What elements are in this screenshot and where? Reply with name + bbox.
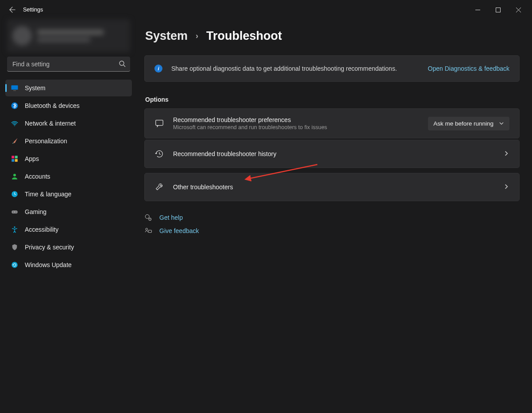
breadcrumb-parent[interactable]: System bbox=[145, 29, 188, 43]
svg-point-8 bbox=[14, 125, 15, 126]
system-icon bbox=[11, 84, 19, 92]
apps-icon bbox=[11, 155, 19, 163]
breadcrumb: System › Troubleshoot bbox=[145, 29, 520, 43]
svg-point-21 bbox=[145, 214, 149, 218]
gamepad-icon bbox=[11, 208, 19, 216]
svg-line-3 bbox=[123, 65, 125, 67]
info-icon: i bbox=[154, 65, 162, 73]
svg-rect-1 bbox=[496, 8, 500, 12]
svg-rect-6 bbox=[13, 90, 16, 91]
svg-point-17 bbox=[15, 211, 16, 212]
chevron-right-icon bbox=[503, 150, 509, 158]
minimize-button[interactable] bbox=[467, 3, 488, 17]
sidebar-item-bluetooth[interactable]: Bluetooth & devices bbox=[5, 97, 132, 114]
maximize-icon bbox=[496, 8, 501, 12]
user-profile[interactable] bbox=[7, 19, 130, 52]
card-title: Other troubleshooters bbox=[173, 184, 503, 191]
get-help-link[interactable]: ? Get help bbox=[144, 214, 520, 222]
breadcrumb-current: Troubleshoot bbox=[206, 29, 282, 43]
sidebar-item-update[interactable]: Windows Update bbox=[5, 256, 132, 273]
wrench-icon bbox=[154, 182, 164, 192]
sidebar-item-label: System bbox=[25, 84, 46, 92]
svg-point-19 bbox=[12, 262, 18, 268]
back-arrow-icon bbox=[9, 7, 15, 13]
sidebar-item-personalization[interactable]: Personalization bbox=[5, 133, 132, 149]
brush-icon bbox=[11, 137, 19, 145]
sidebar-item-time[interactable]: Time & language bbox=[5, 186, 132, 203]
svg-rect-15 bbox=[12, 210, 18, 214]
svg-rect-4 bbox=[12, 85, 18, 90]
chat-icon bbox=[154, 119, 164, 128]
back-button[interactable] bbox=[7, 4, 18, 15]
chevron-right-icon: › bbox=[196, 31, 198, 41]
wifi-icon bbox=[11, 119, 19, 127]
minimize-icon bbox=[475, 8, 480, 12]
sidebar-item-apps[interactable]: Apps bbox=[5, 150, 132, 167]
svg-point-18 bbox=[14, 226, 15, 228]
link-label: Get help bbox=[159, 214, 183, 221]
dropdown-value: Ask me before running bbox=[433, 120, 493, 127]
avatar bbox=[12, 26, 32, 46]
sidebar-item-label: Bluetooth & devices bbox=[25, 102, 80, 109]
chevron-down-icon bbox=[499, 121, 504, 126]
accessibility-icon bbox=[11, 226, 19, 233]
card-title: Recommended troubleshooter preferences bbox=[173, 116, 428, 123]
other-troubleshooters-card[interactable]: Other troubleshooters bbox=[144, 173, 520, 201]
feedback-icon bbox=[144, 227, 152, 235]
bluetooth-icon bbox=[11, 102, 19, 110]
troubleshooter-preferences-card[interactable]: Recommended troubleshooter preferences M… bbox=[144, 108, 520, 138]
sidebar-item-accessibility[interactable]: Accessibility bbox=[5, 221, 132, 238]
sidebar-item-accounts[interactable]: Accounts bbox=[5, 168, 132, 185]
link-label: Give feedback bbox=[159, 227, 199, 234]
sidebar-item-label: Network & internet bbox=[25, 120, 76, 127]
svg-rect-11 bbox=[12, 159, 14, 162]
svg-point-16 bbox=[13, 211, 14, 212]
close-icon bbox=[516, 8, 521, 12]
info-bar: i Share optional diagnostic data to get … bbox=[144, 55, 520, 82]
sidebar-item-label: Personalization bbox=[25, 138, 67, 145]
sidebar-item-label: Apps bbox=[25, 155, 39, 162]
svg-rect-25 bbox=[148, 230, 152, 233]
sidebar-item-label: Accounts bbox=[25, 173, 50, 180]
person-icon bbox=[11, 172, 19, 180]
sidebar-item-label: Time & language bbox=[25, 191, 71, 198]
sidebar-item-gaming[interactable]: Gaming bbox=[5, 203, 132, 220]
sidebar-item-network[interactable]: Network & internet bbox=[5, 115, 132, 132]
sidebar-item-label: Gaming bbox=[25, 208, 46, 215]
card-subtitle: Microsoft can recommend and run troubles… bbox=[173, 124, 428, 130]
sidebar-item-privacy[interactable]: Privacy & security bbox=[5, 239, 132, 256]
close-button[interactable] bbox=[508, 3, 528, 17]
history-icon bbox=[154, 149, 164, 159]
svg-rect-10 bbox=[15, 156, 18, 158]
update-icon bbox=[11, 261, 19, 269]
sidebar-item-label: Accessibility bbox=[25, 226, 58, 233]
svg-rect-9 bbox=[12, 156, 14, 158]
search-icon bbox=[119, 60, 126, 69]
options-heading: Options bbox=[145, 96, 520, 103]
sidebar-item-label: Windows Update bbox=[25, 261, 72, 268]
chevron-right-icon bbox=[503, 184, 509, 191]
help-icon: ? bbox=[144, 214, 152, 222]
svg-point-24 bbox=[146, 228, 148, 230]
clock-icon bbox=[11, 190, 19, 198]
open-diagnostics-link[interactable]: Open Diagnostics & feedback bbox=[428, 65, 509, 72]
svg-point-13 bbox=[13, 174, 16, 176]
svg-rect-12 bbox=[15, 159, 18, 162]
svg-rect-20 bbox=[156, 120, 163, 126]
preferences-dropdown[interactable]: Ask me before running bbox=[428, 117, 509, 130]
shield-icon bbox=[11, 243, 19, 251]
troubleshooter-history-card[interactable]: Recommended troubleshooter history bbox=[144, 140, 520, 168]
sidebar-item-system[interactable]: System bbox=[5, 80, 132, 96]
search-input[interactable] bbox=[7, 57, 130, 72]
maximize-button[interactable] bbox=[488, 3, 508, 17]
sidebar-item-label: Privacy & security bbox=[25, 244, 74, 251]
give-feedback-link[interactable]: Give feedback bbox=[144, 227, 520, 235]
window-title: Settings bbox=[23, 7, 43, 13]
card-title: Recommended troubleshooter history bbox=[173, 150, 503, 157]
info-message: Share optional diagnostic data to get ad… bbox=[171, 65, 428, 72]
svg-point-2 bbox=[120, 61, 124, 65]
